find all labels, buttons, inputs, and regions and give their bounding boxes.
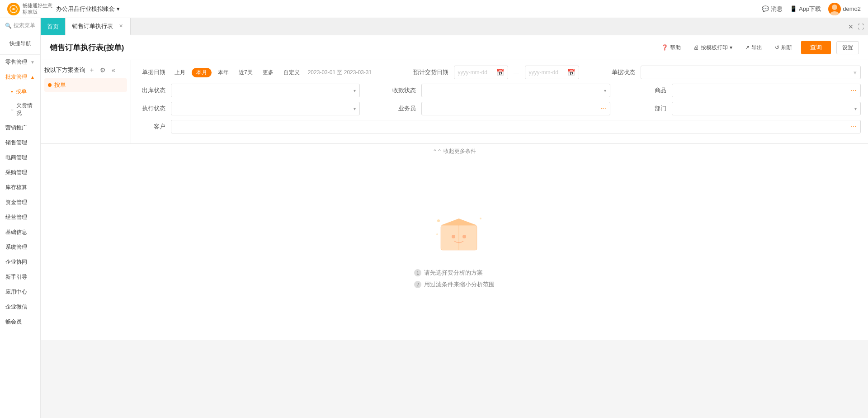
main-layout: 🔍 搜索菜单 快捷导航 零售管理 ▼ 批发管理 ▲ ● 按单 ○ 欠货情况 营销… <box>0 18 868 418</box>
sidebar-item-inventory[interactable]: 库存核算 <box>0 180 40 195</box>
search-icon: 🔍 <box>5 23 12 29</box>
expected-delivery-start[interactable]: yyyy-mm-dd 📅 <box>454 66 508 79</box>
avatar <box>828 3 841 15</box>
goods-more-icon[interactable]: ··· <box>851 86 857 95</box>
sidebar-sub-press-order[interactable]: ● 按单 <box>0 85 40 99</box>
message-icon: 💬 <box>762 5 769 12</box>
user-profile[interactable]: demo2 <box>828 3 861 15</box>
sidebar-item-marketing[interactable]: 营销推广 <box>0 120 40 135</box>
svg-point-2 <box>830 11 839 15</box>
department-dropdown-icon: ▾ <box>854 106 857 111</box>
sidebar-sub-owe-goods[interactable]: ○ 欠货情况 <box>0 99 40 120</box>
refresh-button[interactable]: ↺ 刷新 <box>771 42 796 53</box>
sidebar-item-sales-mgmt[interactable]: 销售管理 <box>0 135 40 150</box>
customer-select[interactable]: ··· <box>171 120 861 133</box>
content-area: 首页 销售订单执行表 ✕ ✕ ⛶ 销售订单执行表(按单) ❓ 帮助 <box>41 18 868 418</box>
page-content: 销售订单执行表(按单) ❓ 帮助 🖨 按模板打印 ▾ ↗ 导出 <box>41 35 868 418</box>
query-button[interactable]: 查询 <box>801 41 831 54</box>
svg-point-1 <box>832 5 837 10</box>
customer-more-icon[interactable]: ··· <box>851 123 857 131</box>
export-button[interactable]: ↗ 导出 <box>741 42 766 53</box>
payment-status-select[interactable]: ▾ <box>421 84 610 97</box>
active-dot-icon: ● <box>11 90 13 94</box>
settings-scheme-icon[interactable]: ⚙ <box>98 66 107 75</box>
scheme-item-press-order[interactable]: 按单 <box>44 78 127 92</box>
settings-button[interactable]: 设置 <box>836 41 859 54</box>
date-range-text: 2023-03-01 至 2023-03-31 <box>308 69 372 76</box>
date-tag-this-month[interactable]: 本月 <box>192 68 212 77</box>
sidebar-item-operation[interactable]: 经营管理 <box>0 210 40 225</box>
sidebar-item-enterprise[interactable]: 企业协同 <box>0 255 40 270</box>
svg-point-11 <box>462 235 466 238</box>
out-warehouse-select[interactable]: ▾ <box>171 84 360 97</box>
expected-delivery-end[interactable]: yyyy-mm-dd 📅 <box>525 66 579 79</box>
salesperson-more-icon[interactable]: ··· <box>600 104 606 113</box>
date-tag-custom[interactable]: 自定义 <box>280 68 303 77</box>
payment-dropdown-icon: ▾ <box>604 88 606 93</box>
svg-point-8 <box>480 218 481 219</box>
filter-row-2: 出库状态 ▾ 收款状态 ▾ 商品 <box>138 84 861 97</box>
tab-sales-execution[interactable]: 销售订单执行表 ✕ <box>66 18 131 35</box>
execution-status-select[interactable]: ▾ <box>171 102 360 115</box>
status-dropdown-icon: ▾ <box>854 69 857 76</box>
sidebar-item-enterprise-wechat[interactable]: 企业微信 <box>0 299 40 314</box>
payment-status-label: 收款状态 <box>389 86 416 95</box>
sidebar-search[interactable]: 🔍 搜索菜单 <box>0 18 40 33</box>
tab-close-icon[interactable]: ✕ <box>118 23 124 29</box>
date-tag-last-7-days[interactable]: 近7天 <box>235 68 256 77</box>
sidebar: 🔍 搜索菜单 快捷导航 零售管理 ▼ 批发管理 ▲ ● 按单 ○ 欠货情况 营销… <box>0 18 41 418</box>
print-button[interactable]: 🖨 按模板打印 ▾ <box>690 42 736 53</box>
expected-delivery-label: 预计交货日期 <box>412 68 448 76</box>
date-tag-last-month[interactable]: 上月 <box>171 68 189 77</box>
order-status-label: 单据状态 <box>608 68 635 76</box>
out-warehouse-dropdown-icon: ▾ <box>354 88 356 93</box>
download-icon: 📱 <box>790 5 797 12</box>
help-button[interactable]: ❓ 帮助 <box>658 42 684 53</box>
collapse-icon: ⌃⌃ <box>433 148 442 155</box>
print-icon: 🖨 <box>693 44 699 51</box>
sidebar-shortcut[interactable]: 快捷导航 <box>0 33 40 55</box>
salesperson-select[interactable]: ··· <box>421 102 610 115</box>
tab-home[interactable]: 首页 <box>41 18 66 35</box>
print-dropdown-icon: ▾ <box>730 44 732 51</box>
date-tag-more[interactable]: 更多 <box>259 68 277 77</box>
sidebar-item-member[interactable]: 畅会员 <box>0 314 40 329</box>
sidebar-item-ecommerce[interactable]: 电商管理 <box>0 150 40 165</box>
order-status-select[interactable]: ▾ <box>641 66 861 79</box>
sidebar-item-app-center[interactable]: 应用中心 <box>0 285 40 299</box>
logo-text: 畅捷通好生意 标准版 <box>23 3 52 14</box>
message-button[interactable]: 💬 消息 <box>762 5 783 13</box>
page-header-actions: ❓ 帮助 🖨 按模板打印 ▾ ↗ 导出 ↺ 刷新 <box>658 41 859 54</box>
sidebar-item-basic-info[interactable]: 基础信息 <box>0 225 40 240</box>
sidebar-item-wholesale[interactable]: 批发管理 ▲ <box>0 70 40 85</box>
svg-point-10 <box>452 235 455 238</box>
sidebar-item-finance[interactable]: 资金管理 <box>0 195 40 210</box>
help-icon: ❓ <box>661 44 668 51</box>
sidebar-item-retail[interactable]: 零售管理 ▼ <box>0 55 40 70</box>
close-window-icon[interactable]: ✕ <box>847 23 854 30</box>
department-select[interactable]: ▾ <box>672 102 861 115</box>
sidebar-item-system[interactable]: 系统管理 <box>0 240 40 255</box>
date-label: 单据日期 <box>138 68 165 76</box>
date-options-group: 上月 本月 本年 近7天 更多 自定义 2023-03-01 至 2023-03… <box>171 68 383 77</box>
sidebar-item-purchase[interactable]: 采购管理 <box>0 165 40 180</box>
maximize-window-icon[interactable]: ⛶ <box>857 23 864 30</box>
window-controls: ✕ ⛶ <box>847 23 868 30</box>
collapse-bar[interactable]: ⌃⌃ 收起更多条件 <box>41 144 868 159</box>
date-tag-this-year[interactable]: 本年 <box>214 68 232 77</box>
collapse-scheme-icon[interactable]: « <box>109 66 118 75</box>
chevron-down-icon-wholesale: ▲ <box>30 75 35 80</box>
app-selector[interactable]: 办公用品行业模拟账套 ▾ <box>56 5 120 13</box>
out-warehouse-label: 出库状态 <box>138 86 165 95</box>
chevron-right-icon: ▼ <box>30 60 35 65</box>
empty-hints: 1 请先选择要分析的方案 2 用过滤条件来缩小分析范围 <box>414 269 495 292</box>
sidebar-item-newbie[interactable]: 新手引导 <box>0 270 40 285</box>
calendar-start-icon: 📅 <box>496 69 504 76</box>
add-scheme-button[interactable]: ＋ <box>87 66 96 75</box>
goods-select[interactable]: ··· <box>672 84 861 97</box>
refresh-icon: ↺ <box>775 44 779 51</box>
filter-fields: 单据日期 上月 本月 本年 近7天 更多 自定义 2023-03-01 至 20… <box>131 60 868 143</box>
header-left: 畅捷通好生意 标准版 办公用品行业模拟账套 ▾ <box>7 3 120 15</box>
app-download-button[interactable]: 📱 App下载 <box>790 5 821 13</box>
empty-hint-2: 2 用过滤条件来缩小分析范围 <box>414 280 495 289</box>
